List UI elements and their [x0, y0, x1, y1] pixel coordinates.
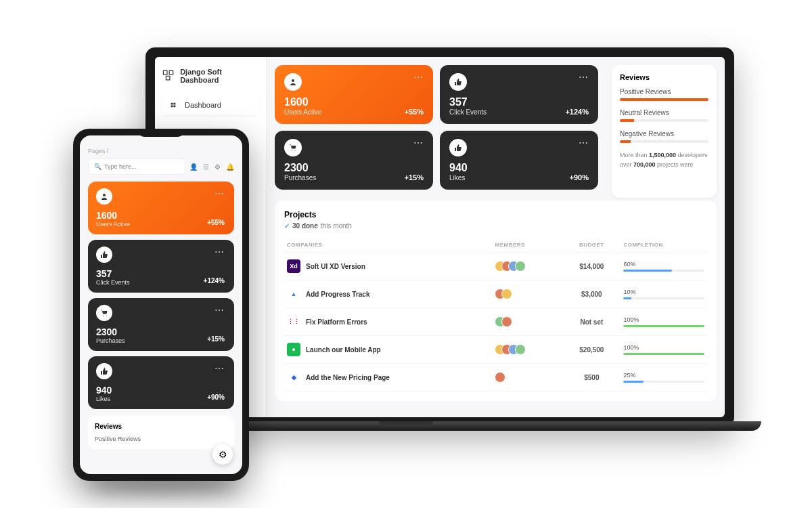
- card-menu-icon[interactable]: ⋯: [413, 72, 424, 83]
- negative-reviews-label: Negative Reviews: [620, 130, 708, 137]
- phone-positive-reviews: Positive Reviews: [95, 436, 227, 442]
- member-avatars: [495, 372, 560, 383]
- stat-card-purchases: ⋯ 2300 Purchases +15%: [88, 298, 234, 351]
- member-avatars: [495, 344, 560, 355]
- settings-icon[interactable]: ⚙: [215, 163, 221, 171]
- project-company: ▲ Add Progress Track: [287, 287, 489, 301]
- main-content: ⋯ 1600 Users Active +55% ⋯ 357 Click Eve…: [267, 57, 725, 417]
- avatar: [515, 344, 526, 355]
- stat-change: +124%: [565, 108, 589, 116]
- user-icon: [284, 73, 302, 91]
- project-budget: $14,000: [579, 263, 604, 270]
- breadcrumb: Pages /: [88, 148, 234, 154]
- project-budget: $20,500: [579, 346, 604, 354]
- search-placeholder: Type here...: [104, 163, 137, 170]
- stat-value: 357: [449, 96, 589, 108]
- project-name: Soft UI XD Version: [306, 263, 365, 270]
- thumb-icon: [449, 73, 467, 91]
- app-logo: Django Soft Dashboard: [162, 65, 259, 95]
- phone-reviews-panel: Reviews Positive Reviews: [88, 416, 234, 449]
- stat-grid-laptop: ⋯ 1600 Users Active +55% ⋯ 357 Click Eve…: [275, 65, 598, 190]
- svg-point-4: [103, 194, 106, 196]
- stat-label: Users Active: [284, 108, 424, 116]
- company-logo-icon: ⋮⋮: [287, 315, 300, 329]
- table-row: ▲ Add Progress Track $3,000 10%: [284, 280, 707, 308]
- cart-icon: [96, 305, 112, 321]
- floating-settings-button[interactable]: ⚙: [212, 444, 233, 465]
- cart-icon: [284, 139, 302, 156]
- positive-reviews-bar: [620, 98, 708, 101]
- table-row: ◆ Add the New Pricing Page $500 25%: [284, 364, 707, 391]
- table-row: ● Launch our Mobile App $20,500 100%: [284, 336, 707, 364]
- project-completion: 60%: [623, 261, 704, 272]
- reviews-panel: Reviews Positive Reviews Neutral Reviews…: [612, 65, 717, 198]
- bell-icon[interactable]: 🔔: [226, 163, 234, 171]
- nav-item-dashboard[interactable]: Dashboard: [162, 95, 259, 115]
- neutral-reviews-label: Neutral Reviews: [620, 109, 708, 117]
- member-avatars: [495, 289, 560, 299]
- reviews-summary: More than 1,500,000 developers over 700,…: [620, 151, 708, 169]
- stat-grid-phone: ⋯ 1600 Users Active +55% ⋯ 357 Click Eve…: [88, 182, 234, 409]
- user-icon[interactable]: 👤: [189, 163, 198, 171]
- stat-card-likes: ⋯ 940 Likes +90%: [440, 131, 598, 190]
- card-menu-icon[interactable]: ⋯: [215, 363, 225, 374]
- card-menu-icon[interactable]: ⋯: [215, 188, 225, 199]
- project-company: ● Launch our Mobile App: [287, 343, 489, 356]
- member-avatars: [495, 316, 560, 327]
- svg-rect-1: [169, 70, 173, 75]
- company-logo-icon: Xd: [287, 259, 300, 273]
- card-menu-icon[interactable]: ⋯: [413, 137, 424, 148]
- projects-card: Projects ✓ 30 done this month COMPANIES …: [275, 200, 717, 401]
- company-logo-icon: ●: [287, 343, 300, 356]
- table-row: ⋮⋮ Fix Platform Errors Not set 100%: [284, 308, 707, 336]
- card-menu-icon[interactable]: ⋯: [215, 247, 225, 257]
- laptop-notch: [379, 421, 433, 425]
- thumb-icon: [449, 139, 467, 156]
- phone-reviews-title: Reviews: [95, 423, 227, 430]
- toolbar-icons: 👤 ☰ ⚙ 🔔: [189, 163, 234, 171]
- thumb-icon: [96, 247, 112, 263]
- stat-change: +15%: [207, 335, 225, 343]
- project-budget: Not set: [580, 318, 603, 326]
- projects-title: Projects: [284, 210, 707, 219]
- stat-card-users active: ⋯ 1600 Users Active +55%: [275, 65, 433, 124]
- positive-reviews-label: Positive Reviews: [620, 88, 708, 96]
- user-icon: [96, 188, 112, 205]
- stat-value: 940: [449, 162, 589, 174]
- stat-change: +90%: [570, 173, 589, 182]
- app-title: Django Soft Dashboard: [180, 68, 259, 84]
- reviews-title: Reviews: [620, 73, 708, 81]
- projects-subtitle: ✓ 30 done this month: [284, 222, 707, 230]
- menu-icon[interactable]: ☰: [203, 163, 209, 171]
- stat-card-click events: ⋯ 357 Click Events +124%: [88, 240, 234, 293]
- project-completion: 100%: [623, 316, 704, 327]
- project-name: Launch our Mobile App: [306, 346, 381, 354]
- stat-change: +55%: [207, 219, 225, 226]
- project-company: ◆ Add the New Pricing Page: [287, 371, 489, 384]
- stat-change: +15%: [405, 173, 424, 182]
- thumb-icon: [96, 363, 112, 379]
- search-input[interactable]: 🔍 Type here...: [88, 158, 185, 175]
- search-icon: 🔍: [94, 163, 102, 170]
- stat-card-purchases: ⋯ 2300 Purchases +15%: [275, 131, 433, 190]
- avatar: [515, 261, 526, 272]
- company-logo-icon: ◆: [287, 371, 300, 384]
- stat-change: +124%: [204, 277, 225, 284]
- project-name: Fix Platform Errors: [306, 318, 367, 326]
- project-completion: 10%: [623, 289, 704, 299]
- table-row: Xd Soft UI XD Version $14,000 60%: [284, 253, 707, 280]
- project-name: Add the New Pricing Page: [306, 374, 390, 381]
- stat-label: Likes: [449, 174, 589, 182]
- card-menu-icon[interactable]: ⋯: [215, 305, 225, 316]
- th-budget: BUDGET: [562, 238, 621, 253]
- project-completion: 25%: [623, 372, 704, 383]
- card-menu-icon[interactable]: ⋯: [579, 137, 589, 148]
- stat-change: +55%: [405, 108, 424, 116]
- svg-point-3: [292, 79, 294, 82]
- avatar: [501, 289, 512, 299]
- stat-label: Purchases: [284, 174, 424, 182]
- stat-value: 2300: [284, 162, 424, 174]
- stat-card-click events: ⋯ 357 Click Events +124%: [440, 65, 598, 124]
- card-menu-icon[interactable]: ⋯: [579, 72, 589, 83]
- nav-label: Dashboard: [185, 101, 221, 109]
